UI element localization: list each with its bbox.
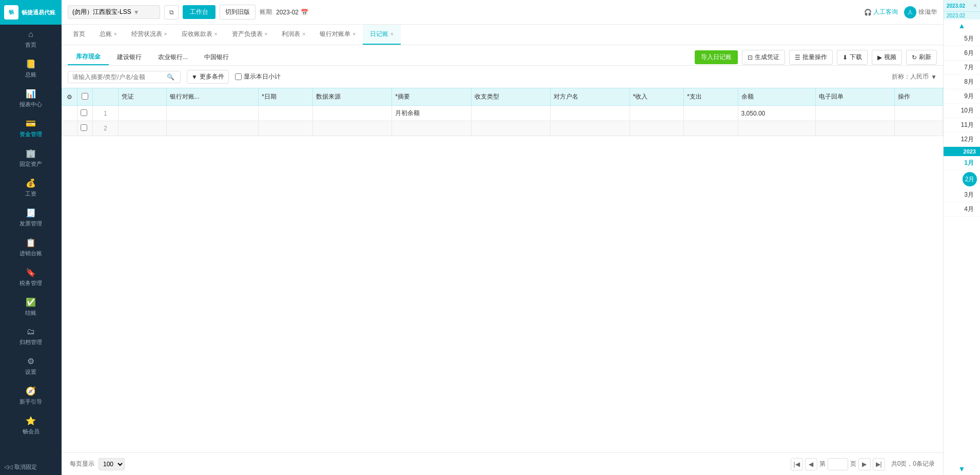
col-summary: *摘要 <box>392 88 471 106</box>
sidebar-item-settle[interactable]: ✅ 结账 <box>0 292 62 322</box>
search-icon[interactable]: 🔍 <box>167 73 174 81</box>
tab-assets-debt[interactable]: 资产负债表 × <box>225 25 275 45</box>
copy-button[interactable]: ⧉ <box>164 5 179 20</box>
col-settings[interactable]: ⚙ <box>62 88 77 106</box>
cell-date <box>259 106 313 121</box>
month-10[interactable]: 10月 <box>944 104 980 118</box>
batch-op-button[interactable]: ☰ 批量操作 <box>789 50 833 65</box>
col-e-receipt: 电子回单 <box>815 88 894 106</box>
cell-income <box>630 121 684 136</box>
tab-operation[interactable]: 经营状况表 × <box>124 25 174 45</box>
month-3[interactable]: 3月 <box>944 188 980 202</box>
sidebar-item-sales[interactable]: 📋 进销台账 <box>0 233 62 262</box>
table-row: 1 月初余额 3,050.00 <box>62 106 943 121</box>
sidebar-item-home[interactable]: ⌂ 首页 <box>0 25 62 54</box>
cell-counterpart <box>551 121 630 136</box>
cell-expense <box>684 121 738 136</box>
row-checkbox[interactable] <box>81 124 87 131</box>
tab-assets-debt-close[interactable]: × <box>265 31 268 37</box>
archive-icon: 🗂 <box>27 327 35 336</box>
select-all-checkbox[interactable] <box>82 93 88 100</box>
tab-bank-reconcile-close[interactable]: × <box>352 31 356 37</box>
date-panel-close-button[interactable]: × <box>973 2 977 9</box>
tab-ledger-close[interactable]: × <box>114 31 117 37</box>
workspace-button[interactable]: 工作台 <box>183 5 215 19</box>
per-page-select[interactable]: 100 50 200 <box>99 458 125 470</box>
subtotal-checkbox-input[interactable] <box>235 73 242 80</box>
month-5[interactable]: 5月 <box>944 32 980 46</box>
subtab-boc[interactable]: 中国银行 <box>196 50 237 65</box>
cell-balance <box>738 121 815 136</box>
currency-dropdown-icon[interactable]: ▼ <box>931 73 937 81</box>
sidebar-item-settings[interactable]: ⚙ 设置 <box>0 351 62 381</box>
prev-page-button[interactable]: ◀ <box>805 458 817 470</box>
company-selector[interactable]: (勿用）江西股宝-LSS ▼ <box>68 5 160 19</box>
sidebar-item-assets[interactable]: 🏢 固定资产 <box>0 143 62 173</box>
total-count: 共0页，0条记录 <box>891 460 935 468</box>
page-number-input[interactable]: 1 <box>828 458 848 470</box>
sidebar-item-archive[interactable]: 🗂 归档管理 <box>0 322 62 351</box>
tab-journal-close[interactable]: × <box>390 31 394 37</box>
last-page-button[interactable]: ▶| <box>873 458 885 470</box>
sidebar-item-ledger[interactable]: 📒 总账 <box>0 54 62 84</box>
row-checkbox[interactable] <box>81 109 87 116</box>
month-2-selected[interactable]: 2月 <box>963 172 977 186</box>
generate-voucher-button[interactable]: ⊡ 生成凭证 <box>742 50 785 65</box>
tab-profit[interactable]: 利润表 × <box>275 25 312 45</box>
sidebar-item-invoice[interactable]: 🧾 发票管理 <box>0 203 62 233</box>
search-input[interactable] <box>72 73 165 81</box>
sidebar-item-label: 结账 <box>25 309 36 317</box>
tab-profit-close[interactable]: × <box>302 31 305 37</box>
cell-num: 1 <box>93 106 119 121</box>
month-6[interactable]: 6月 <box>944 46 980 61</box>
support-button[interactable]: 🎧 人工客询 <box>864 8 898 16</box>
cell-e-receipt <box>815 106 894 121</box>
sidebar-item-tax[interactable]: 🔖 税务管理 <box>0 262 62 292</box>
scroll-down-icon[interactable]: ▼ <box>958 465 966 473</box>
tab-receivable[interactable]: 应收账款表 × <box>174 25 225 45</box>
cell-voucher <box>118 121 166 136</box>
tab-bank-reconcile[interactable]: 银行对账单 × <box>312 25 363 45</box>
sidebar-item-label: 进销台账 <box>19 250 42 257</box>
tab-home[interactable]: 首页 <box>66 25 92 45</box>
user-avatar: 人 <box>904 6 916 18</box>
cell-settings <box>62 121 77 136</box>
next-page-button[interactable]: ▶ <box>858 458 871 470</box>
more-conditions-button[interactable]: ▼ 更多条件 <box>187 70 229 84</box>
month-7[interactable]: 7月 <box>944 61 980 75</box>
tab-assets-debt-label: 资产负债表 <box>232 30 263 39</box>
calendar-icon[interactable]: 📅 <box>301 9 308 16</box>
tab-operation-close[interactable]: × <box>164 31 167 37</box>
sidebar-item-reports[interactable]: 📊 报表中心 <box>0 84 62 113</box>
show-subtotal-checkbox[interactable]: 显示本日小计 <box>235 72 281 81</box>
month-8[interactable]: 8月 <box>944 75 980 89</box>
month-11[interactable]: 11月 <box>944 118 980 132</box>
month-9[interactable]: 9月 <box>944 89 980 104</box>
first-page-button[interactable]: |◀ <box>791 458 803 470</box>
video-button[interactable]: ▶ 视频 <box>872 50 902 65</box>
month-4[interactable]: 4月 <box>944 202 980 217</box>
unpin-button[interactable]: ◁◁ 取消固定 <box>0 459 62 475</box>
tab-journal-label: 日记账 <box>370 30 388 39</box>
col-bank-reconcile: 银行对账... <box>166 88 259 106</box>
sidebar-item-label: 报表中心 <box>19 101 42 108</box>
download-button[interactable]: ⬇ 下载 <box>837 50 868 65</box>
subtab-cash[interactable]: 库存现金 <box>68 49 109 65</box>
sidebar-item-member[interactable]: ⭐ 畅会员 <box>0 411 62 441</box>
tab-receivable-close[interactable]: × <box>214 31 218 37</box>
user-area[interactable]: 人 徐滋华 <box>904 6 937 18</box>
scroll-up-icon[interactable]: ▲ <box>958 22 966 30</box>
old-version-button[interactable]: 切到旧版 <box>220 5 256 20</box>
import-journal-button[interactable]: 导入日记账 <box>695 50 738 64</box>
month-12[interactable]: 12月 <box>944 132 980 147</box>
tab-ledger[interactable]: 总账 × <box>92 25 124 45</box>
subtab-ccb[interactable]: 建设银行 <box>109 50 150 65</box>
tab-journal[interactable]: 日记账 × <box>363 25 401 45</box>
refresh-button[interactable]: ↻ 刷新 <box>906 50 937 65</box>
sidebar-item-guide[interactable]: 🧭 新手引导 <box>0 381 62 411</box>
journal-table: ⚙ 凭证 银行对账... *日期 数据来源 *摘要 收支类型 对方户名 <box>62 88 943 136</box>
subtab-abc[interactable]: 农业银行... <box>150 50 196 65</box>
sidebar-item-salary[interactable]: 💰 工资 <box>0 173 62 203</box>
sidebar-item-capital[interactable]: 💳 资金管理 <box>0 113 62 143</box>
month-1[interactable]: 1月 <box>944 156 980 170</box>
